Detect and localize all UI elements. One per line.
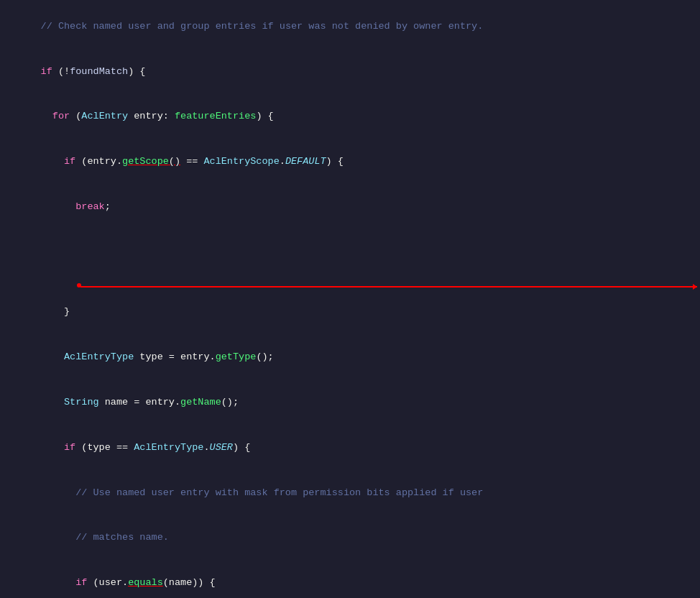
- line-11: // matches name.: [0, 515, 700, 561]
- line-12: if (user.equals(name)) {: [0, 561, 700, 598]
- comment-and: and: [157, 21, 175, 32]
- arrow-break: [80, 286, 697, 288]
- code-editor: // Check named user and group entries if…: [0, 0, 700, 598]
- line-10: // Use named user entry with mask from p…: [0, 471, 700, 516]
- line-1: // Check named user and group entries if…: [0, 4, 700, 50]
- line-6: }: [0, 290, 700, 336]
- line-8: String name = entry.getName();: [0, 380, 700, 426]
- line-5: break;: [0, 185, 700, 290]
- line-4: if (entry.getScope() == AclEntryScope.DE…: [0, 139, 700, 185]
- comment-text: // Check named user: [41, 21, 157, 32]
- comment-rest: group entries if user was not denied by …: [175, 21, 483, 32]
- line-7: AclEntryType type = entry.getType();: [0, 335, 700, 380]
- line-2: if (!foundMatch) {: [0, 50, 700, 95]
- line-3: for (AclEntry entry: featureEntries) {: [0, 95, 700, 140]
- line-9: if (type == AclEntryType.USER) {: [0, 426, 700, 471]
